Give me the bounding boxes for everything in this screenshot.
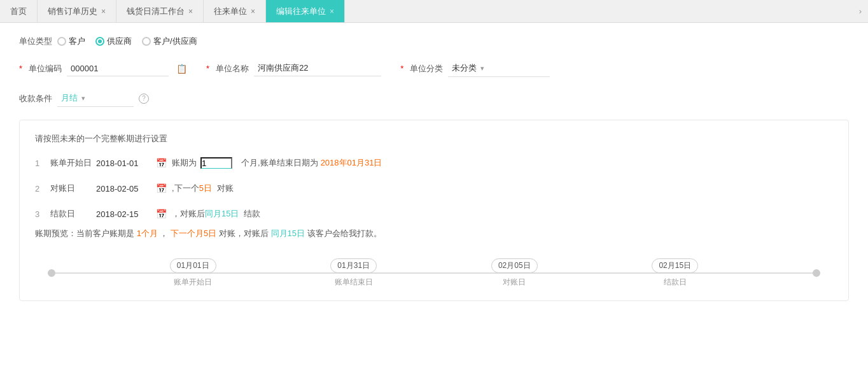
period-num-2: 2 <box>35 184 50 194</box>
category-required: * <box>400 64 403 73</box>
timeline-badge-3: 02月05日 <box>491 258 538 273</box>
period-label-1: 账单开始日 <box>50 157 96 169</box>
tab-home[interactable]: 首页 <box>0 0 38 22</box>
code-input[interactable] <box>67 61 169 76</box>
fields-row: * 单位编码 📋 * 单位名称 * 单位分类 未分类 ▾ <box>19 60 849 77</box>
timeline-badge-4: 02月15日 <box>652 258 698 273</box>
radio-supplier-circle <box>95 37 104 46</box>
tab-edit-partner-close[interactable]: × <box>330 7 334 16</box>
unit-type-group: 单位类型 客户 供应商 客户/供应商 <box>19 36 197 47</box>
radio-both[interactable]: 客户/供应商 <box>142 36 197 47</box>
tab-expand-button[interactable]: › <box>853 0 868 22</box>
timeline-points: 01月01日 账单开始日 01月31日 账单结束日 02月05日 对账日 02月… <box>48 258 820 288</box>
timeline-sublabel-2: 账单结束日 <box>335 277 373 288</box>
calendar-icon-1[interactable]: 📅 <box>156 158 167 168</box>
period-box: 请按照未来的一个完整帐期进行设置 1 账单开始日 2018-01-01 📅 账期… <box>19 120 849 301</box>
period-note-3c: 结款 <box>244 208 260 220</box>
tab-cashier[interactable]: 钱货日清工作台 × <box>116 0 204 22</box>
period-note-2a: ,下一个 <box>172 183 199 194</box>
period-row-3: 3 结款日 2018-02-15 📅 ，对账后 同月15日 结款 <box>35 208 833 220</box>
category-label: 单位分类 <box>410 63 443 74</box>
period-end-date: 2018年01月31日 <box>321 157 382 169</box>
payment-label: 收款条件 <box>19 93 52 104</box>
timeline-end-dot <box>813 269 820 277</box>
name-group: * 单位名称 <box>206 61 381 76</box>
preview-suffix: 该客户会给我打款。 <box>307 229 382 238</box>
period-num-3: 3 <box>35 209 50 219</box>
period-num-1: 1 <box>35 158 50 168</box>
code-label: 单位编码 <box>29 63 62 74</box>
timeline-dot-end <box>813 269 820 277</box>
payment-group: 收款条件 月结 ▾ ? <box>19 90 149 107</box>
category-select[interactable]: 未分类 ▾ <box>448 60 550 77</box>
timeline-start-dot <box>48 269 55 277</box>
period-date-2: 2018-02-05 <box>96 184 153 194</box>
tab-sales-history-label: 销售订单历史 <box>48 6 97 17</box>
radio-customer[interactable]: 客户 <box>57 36 85 47</box>
radio-both-label: 客户/供应商 <box>153 36 197 47</box>
payment-value: 月结 <box>61 92 78 104</box>
radio-customer-circle <box>57 37 66 46</box>
preview-label: 账期预览：当前客户账期是 <box>35 229 134 238</box>
tab-cashier-label: 钱货日清工作台 <box>127 6 185 17</box>
timeline-area: 01月01日 账单开始日 01月31日 账单结束日 02月05日 对账日 02月… <box>35 258 833 288</box>
preview-text: 账期预览：当前客户账期是 1个月 ， 下一个月5日 对账，对账后 同月15日 该… <box>35 226 833 241</box>
tab-partners-close[interactable]: × <box>251 7 255 16</box>
period-note-2b: 5日 <box>199 183 212 194</box>
calendar-icon-2[interactable]: 📅 <box>156 183 167 194</box>
timeline-sublabel-4: 结款日 <box>664 277 687 288</box>
code-group: * 单位编码 📋 <box>19 61 187 76</box>
payment-dropdown-arrow: ▾ <box>81 94 85 102</box>
period-months-input[interactable] <box>200 157 232 169</box>
code-required: * <box>19 64 22 73</box>
tab-edit-partner[interactable]: 编辑往来单位 × <box>266 0 345 22</box>
radio-supplier-label: 供应商 <box>107 36 132 47</box>
help-icon[interactable]: ? <box>139 94 149 104</box>
timeline-point-1: 01月01日 账单开始日 <box>170 258 216 288</box>
timeline-point-2: 01月31日 账单结束日 <box>330 258 377 288</box>
radio-supplier[interactable]: 供应商 <box>95 36 132 47</box>
timeline-sublabel-3: 对账日 <box>503 277 526 288</box>
tabs-bar: 首页 销售订单历史 × 钱货日清工作台 × 往来单位 × 编辑往来单位 × › <box>0 0 868 23</box>
unit-type-label: 单位类型 <box>19 36 52 47</box>
period-note-1a: 账期为 <box>172 157 197 169</box>
timeline-point-3: 02月05日 对账日 <box>491 258 538 288</box>
timeline-dot-start <box>48 269 55 277</box>
tab-partners-label: 往来单位 <box>214 6 247 17</box>
main-content: 单位类型 客户 供应商 客户/供应商 * 单位编码 <box>0 23 868 387</box>
period-note-1b: 个月,账单结束日期为 <box>241 157 318 169</box>
payment-select[interactable]: 月结 ▾ <box>57 90 134 107</box>
name-label: 单位名称 <box>216 63 249 74</box>
period-row-2: 2 对账日 2018-02-05 📅 ,下一个 5日 对账 <box>35 183 833 194</box>
tab-edit-partner-label: 编辑往来单位 <box>276 6 326 17</box>
copy-icon[interactable]: 📋 <box>176 64 187 74</box>
period-date-1: 2018-01-01 <box>96 158 153 168</box>
preview-sep2: 对账，对账后 <box>219 229 269 238</box>
preview-sep1: ， <box>160 229 168 238</box>
tab-sales-history[interactable]: 销售订单历史 × <box>38 0 116 22</box>
period-note-3b: 同月15日 <box>205 208 239 220</box>
name-input[interactable] <box>254 61 381 76</box>
timeline-badge-1: 01月01日 <box>170 258 216 273</box>
tab-sales-history-close[interactable]: × <box>101 7 106 16</box>
tab-partners[interactable]: 往来单位 × <box>204 0 266 22</box>
category-value: 未分类 <box>452 62 477 74</box>
unit-type-row: 单位类型 客户 供应商 客户/供应商 <box>19 36 849 47</box>
period-label-3: 结款日 <box>50 208 96 220</box>
preview-part2: 下一个月5日 <box>171 229 216 238</box>
radio-group: 客户 供应商 客户/供应商 <box>57 36 197 47</box>
timeline-point-4: 02月15日 结款日 <box>652 258 698 288</box>
period-note-2c: 对账 <box>217 183 234 194</box>
tab-cashier-close[interactable]: × <box>188 7 193 16</box>
period-title: 请按照未来的一个完整帐期进行设置 <box>35 133 833 144</box>
name-required: * <box>206 64 209 73</box>
preview-part3: 同月15日 <box>271 229 305 238</box>
category-group: * 单位分类 未分类 ▾ <box>400 60 550 77</box>
period-label-2: 对账日 <box>50 183 96 194</box>
period-date-3: 2018-02-15 <box>96 209 153 219</box>
timeline-sublabel-1: 账单开始日 <box>174 277 212 288</box>
calendar-icon-3[interactable]: 📅 <box>156 209 167 219</box>
tab-home-label: 首页 <box>10 6 27 17</box>
radio-both-circle <box>142 37 151 46</box>
radio-customer-label: 客户 <box>69 36 85 47</box>
